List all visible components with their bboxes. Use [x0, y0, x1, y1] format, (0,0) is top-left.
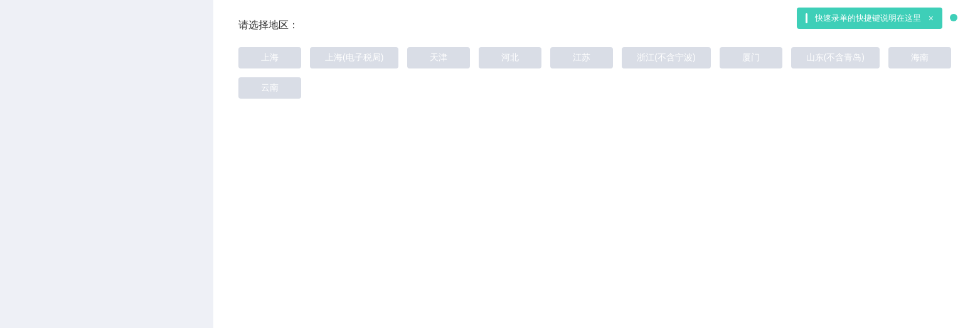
region-button-yunnan[interactable]: 云南 [238, 77, 301, 99]
tooltip-text: 快速录单的快捷键说明在这里 [815, 13, 921, 24]
region-button-shanghai[interactable]: 上海 [238, 47, 301, 68]
region-button-zhejiang[interactable]: 浙江(不含宁波) [622, 47, 710, 68]
region-button-shanghai-etax[interactable]: 上海(电子税局) [310, 47, 398, 68]
close-icon[interactable]: × [929, 13, 934, 23]
region-buttons-container: 上海上海(电子税局)天津河北江苏浙江(不含宁波)厦门山东(不含青岛)海南云南 [238, 47, 955, 99]
tooltip-bar-icon [806, 13, 807, 23]
tooltip-banner: 快速录单的快捷键说明在这里 × [797, 8, 942, 29]
region-button-tianjin[interactable]: 天津 [407, 47, 470, 68]
region-button-shandong[interactable]: 山东(不含青岛) [791, 47, 880, 68]
main-content: 请选择地区： 上海上海(电子税局)天津河北江苏浙江(不含宁波)厦门山东(不含青岛… [213, 0, 980, 328]
tooltip-dot-icon [950, 14, 957, 21]
region-button-hebei[interactable]: 河北 [479, 47, 541, 68]
sidebar [0, 0, 213, 328]
region-button-jiangsu[interactable]: 江苏 [550, 47, 613, 68]
region-button-xiamen[interactable]: 厦门 [720, 47, 782, 68]
region-button-hainan[interactable]: 海南 [888, 47, 951, 68]
